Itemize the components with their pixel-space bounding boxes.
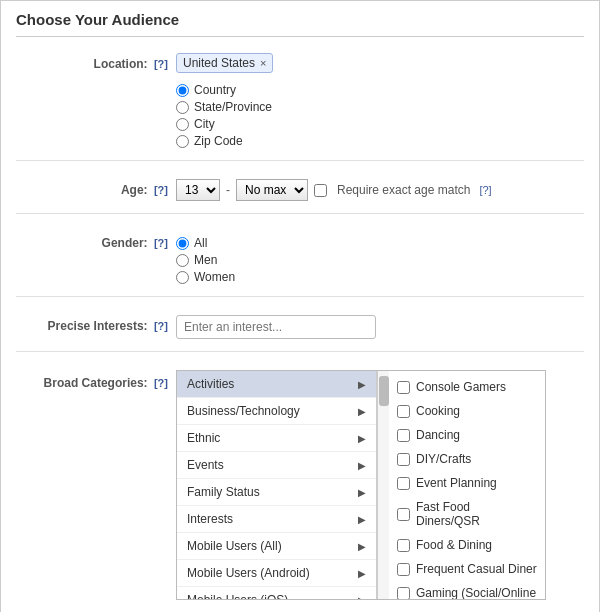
scrollbar-thumb bbox=[379, 376, 389, 406]
precise-interests-content bbox=[176, 315, 584, 339]
subcategory-list: Console Gamers Cooking Dancing DIY/Craft… bbox=[389, 371, 545, 599]
category-item-events[interactable]: Events ▶ bbox=[177, 452, 376, 479]
subcategory-gaming-social[interactable]: Gaming (Social/Online bbox=[389, 581, 545, 599]
subcategory-event-planning[interactable]: Event Planning bbox=[389, 471, 545, 495]
gender-help[interactable]: [?] bbox=[154, 237, 168, 249]
location-content: United States × Country State/Province C… bbox=[176, 53, 584, 148]
location-tag-close[interactable]: × bbox=[260, 57, 266, 69]
subcategory-checkbox-gaming-social[interactable] bbox=[397, 587, 410, 600]
gender-option-women[interactable]: Women bbox=[176, 270, 584, 284]
location-option-country[interactable]: Country bbox=[176, 83, 584, 97]
subcategory-diy-crafts[interactable]: DIY/Crafts bbox=[389, 447, 545, 471]
subcategory-checkbox-console-gamers[interactable] bbox=[397, 381, 410, 394]
location-option-zip[interactable]: Zip Code bbox=[176, 134, 584, 148]
gender-radio-group: All Men Women bbox=[176, 236, 584, 284]
precise-interests-help[interactable]: [?] bbox=[154, 320, 168, 332]
category-arrow-mobile-android: ▶ bbox=[358, 568, 366, 579]
subcategory-checkbox-food-dining[interactable] bbox=[397, 539, 410, 552]
gender-label: Gender: [?] bbox=[16, 232, 176, 250]
broad-categories-help[interactable]: [?] bbox=[154, 377, 168, 389]
precise-interests-input[interactable] bbox=[176, 315, 376, 339]
require-exact-label: Require exact age match bbox=[337, 183, 470, 197]
category-arrow-mobile-all: ▶ bbox=[358, 541, 366, 552]
age-separator: - bbox=[226, 183, 230, 197]
subcategory-dancing[interactable]: Dancing bbox=[389, 423, 545, 447]
age-help[interactable]: [?] bbox=[154, 184, 168, 196]
age-controls: 13 18 21 25 35 45 55 65 - No max 18 21 2… bbox=[176, 179, 584, 201]
gender-row: Gender: [?] All Men Women bbox=[16, 226, 584, 297]
subcategory-food-dining[interactable]: Food & Dining bbox=[389, 533, 545, 557]
location-option-state[interactable]: State/Province bbox=[176, 100, 584, 114]
location-tag-text: United States bbox=[183, 56, 255, 70]
category-item-biz-tech[interactable]: Business/Technology ▶ bbox=[177, 398, 376, 425]
location-tag: United States × bbox=[176, 53, 584, 79]
subcategory-frequent-casual[interactable]: Frequent Casual Diner bbox=[389, 557, 545, 581]
age-max-select[interactable]: No max 18 21 25 35 45 55 65 bbox=[236, 179, 308, 201]
subcategory-checkbox-dancing[interactable] bbox=[397, 429, 410, 442]
category-item-mobile-ios[interactable]: Mobile Users (iOS) ▶ bbox=[177, 587, 376, 599]
category-item-interests[interactable]: Interests ▶ bbox=[177, 506, 376, 533]
gender-option-men[interactable]: Men bbox=[176, 253, 584, 267]
category-arrow-ethnic: ▶ bbox=[358, 433, 366, 444]
location-row: Location: [?] United States × Country St… bbox=[16, 47, 584, 161]
require-exact-checkbox[interactable] bbox=[314, 184, 327, 197]
subcategory-cooking[interactable]: Cooking bbox=[389, 399, 545, 423]
age-label: Age: [?] bbox=[16, 179, 176, 197]
category-item-family-status[interactable]: Family Status ▶ bbox=[177, 479, 376, 506]
location-help[interactable]: [?] bbox=[154, 58, 168, 70]
age-content: 13 18 21 25 35 45 55 65 - No max 18 21 2… bbox=[176, 179, 584, 201]
category-item-activities[interactable]: Activities ▶ bbox=[177, 371, 376, 398]
location-radio-group: Country State/Province City Zip Code bbox=[176, 83, 584, 148]
category-arrow-biz-tech: ▶ bbox=[358, 406, 366, 417]
page-title: Choose Your Audience bbox=[16, 11, 584, 37]
broad-categories-label: Broad Categories: [?] bbox=[16, 370, 176, 390]
subcategory-console-gamers[interactable]: Console Gamers bbox=[389, 375, 545, 399]
subcategory-checkbox-fast-food[interactable] bbox=[397, 508, 410, 521]
subcategory-fast-food[interactable]: Fast Food Diners/QSR bbox=[389, 495, 545, 533]
category-item-ethnic[interactable]: Ethnic ▶ bbox=[177, 425, 376, 452]
categories-scrollbar[interactable] bbox=[377, 371, 389, 599]
subcategory-checkbox-event-planning[interactable] bbox=[397, 477, 410, 490]
age-row: Age: [?] 13 18 21 25 35 45 55 65 - No ma… bbox=[16, 173, 584, 214]
category-arrow-mobile-ios: ▶ bbox=[358, 595, 366, 600]
categories-list: Activities ▶ Business/Technology ▶ Ethni… bbox=[177, 371, 377, 599]
broad-categories-container: Activities ▶ Business/Technology ▶ Ethni… bbox=[176, 370, 546, 600]
category-item-mobile-all[interactable]: Mobile Users (All) ▶ bbox=[177, 533, 376, 560]
precise-interests-row: Precise Interests: [?] bbox=[16, 309, 584, 352]
subcategory-checkbox-cooking[interactable] bbox=[397, 405, 410, 418]
page-container: Choose Your Audience Location: [?] Unite… bbox=[0, 0, 600, 612]
category-arrow-activities: ▶ bbox=[358, 379, 366, 390]
gender-content: All Men Women bbox=[176, 232, 584, 284]
broad-categories-content: Activities ▶ Business/Technology ▶ Ethni… bbox=[176, 370, 584, 600]
location-label: Location: [?] bbox=[16, 53, 176, 71]
category-item-mobile-android[interactable]: Mobile Users (Android) ▶ bbox=[177, 560, 376, 587]
broad-categories-row: Broad Categories: [?] Activities ▶ Busin… bbox=[16, 364, 584, 606]
age-min-select[interactable]: 13 18 21 25 35 45 55 65 bbox=[176, 179, 220, 201]
gender-option-all[interactable]: All bbox=[176, 236, 584, 250]
subcategory-checkbox-frequent-casual[interactable] bbox=[397, 563, 410, 576]
precise-interests-label: Precise Interests: [?] bbox=[16, 315, 176, 333]
require-exact-help[interactable]: [?] bbox=[479, 184, 491, 196]
subcategory-checkbox-diy-crafts[interactable] bbox=[397, 453, 410, 466]
location-option-city[interactable]: City bbox=[176, 117, 584, 131]
category-arrow-interests: ▶ bbox=[358, 514, 366, 525]
category-arrow-family-status: ▶ bbox=[358, 487, 366, 498]
category-arrow-events: ▶ bbox=[358, 460, 366, 471]
